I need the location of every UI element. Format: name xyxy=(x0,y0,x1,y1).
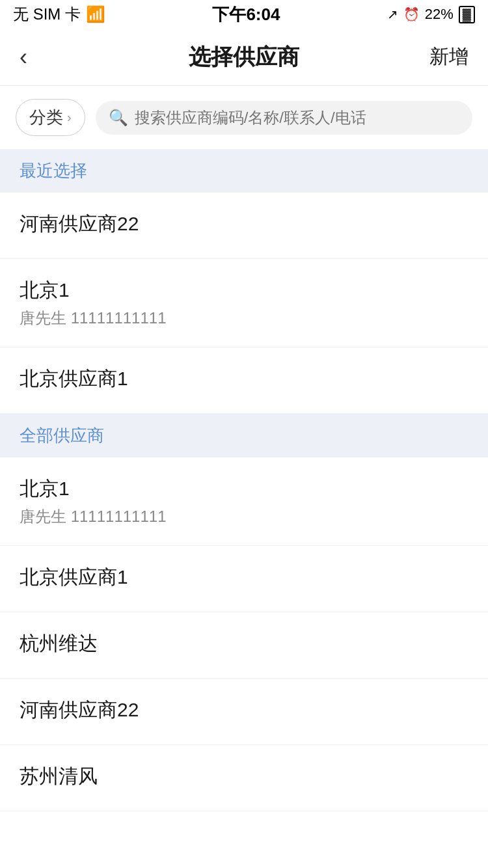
status-time: 下午6:04 xyxy=(212,3,280,26)
item-sub: 唐先生 11111111111 xyxy=(20,308,468,329)
item-name: 河南供应商22 xyxy=(20,211,468,237)
category-label: 分类 xyxy=(29,106,63,129)
filter-row: 分类 › 🔍 xyxy=(0,86,488,149)
status-right: ↗ ⏰ 22% ▓ xyxy=(387,6,475,23)
wifi-icon: 📶 xyxy=(86,5,105,23)
status-bar: 无 SIM 卡 📶 下午6:04 ↗ ⏰ 22% ▓ xyxy=(0,0,488,29)
list-item[interactable]: 杭州维达 xyxy=(0,612,488,679)
battery-label: 22% xyxy=(425,6,454,23)
add-button[interactable]: 新增 xyxy=(429,44,468,70)
all-section-label: 全部供应商 xyxy=(20,426,104,445)
list-item[interactable]: 北京供应商1 xyxy=(0,347,488,414)
item-name: 北京供应商1 xyxy=(20,366,468,392)
category-button[interactable]: 分类 › xyxy=(16,99,85,136)
recent-items-list: 河南供应商22北京1唐先生 11111111111北京供应商1 xyxy=(0,193,488,414)
nav-bar: ‹ 选择供应商 新增 xyxy=(0,29,488,86)
battery-icon: ▓ xyxy=(459,6,475,23)
recent-section-header: 最近选择 xyxy=(0,149,488,193)
search-icon: 🔍 xyxy=(109,109,128,127)
item-name: 北京供应商1 xyxy=(20,564,468,591)
search-box: 🔍 xyxy=(96,101,472,135)
search-input[interactable] xyxy=(135,109,459,127)
list-item[interactable]: 河南供应商22 xyxy=(0,193,488,259)
all-items-list: 北京1唐先生 11111111111北京供应商1杭州维达河南供应商22苏州清风 xyxy=(0,457,488,811)
recent-section-label: 最近选择 xyxy=(20,161,87,180)
item-name: 河南供应商22 xyxy=(20,697,468,724)
list-item[interactable]: 北京供应商1 xyxy=(0,546,488,612)
page-title: 选择供应商 xyxy=(189,42,299,72)
sim-label: 无 SIM 卡 xyxy=(13,4,81,25)
chevron-icon: › xyxy=(67,110,72,125)
back-button[interactable]: ‹ xyxy=(20,44,59,71)
list-item[interactable]: 河南供应商22 xyxy=(0,679,488,745)
status-left: 无 SIM 卡 📶 xyxy=(13,4,105,25)
list-item[interactable]: 北京1唐先生 11111111111 xyxy=(0,457,488,546)
item-sub: 唐先生 11111111111 xyxy=(20,506,468,527)
item-name: 苏州清风 xyxy=(20,763,468,790)
item-name: 北京1 xyxy=(20,476,468,502)
item-name: 北京1 xyxy=(20,277,468,304)
item-name: 杭州维达 xyxy=(20,631,468,657)
alarm-icon: ⏰ xyxy=(403,7,420,22)
list-item[interactable]: 北京1唐先生 11111111111 xyxy=(0,259,488,347)
location-icon: ↗ xyxy=(387,7,398,22)
list-item[interactable]: 苏州清风 xyxy=(0,745,488,811)
all-section-header: 全部供应商 xyxy=(0,414,488,457)
